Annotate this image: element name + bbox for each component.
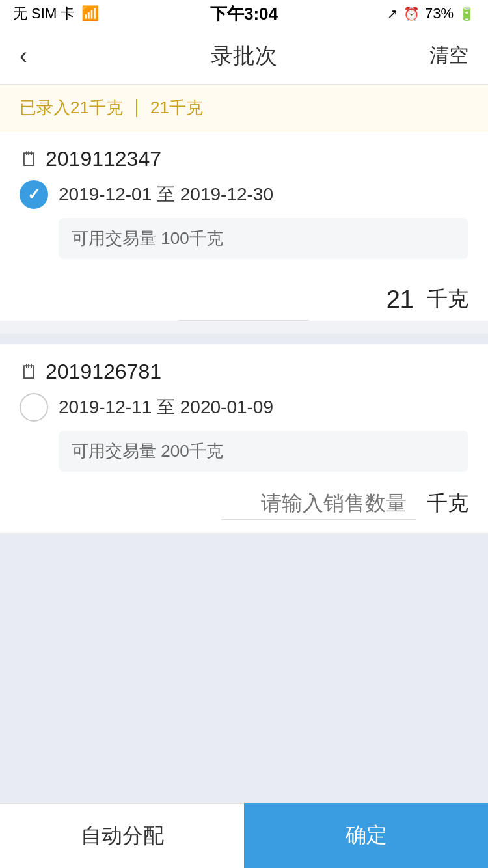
wifi-icon: 📶 [81,5,99,22]
back-button[interactable]: ‹ [20,42,27,70]
gray-area [0,533,488,832]
batch-section-2: 🗒 2019126781 2019-12-11 至 2020-01-09 可用交… [0,344,488,533]
batch-header-1: 🗒 2019112347 [20,147,468,171]
status-left: 无 SIM 卡 📶 [13,4,99,23]
quantity-unit-1: 千克 [427,285,468,314]
nav-bar: ‹ 录批次 清空 [0,27,488,85]
recorded-label: 已录入21千克 [20,96,123,119]
batch-item-1: 🗒 2019112347 2019-12-01 至 2019-12-30 可用交… [0,131,488,272]
info-divider [136,99,137,117]
quantity-input-2[interactable] [221,487,416,520]
batch-date-row-2: 2019-12-11 至 2020-01-09 [20,393,468,422]
battery-icon: 🔋 [459,6,475,21]
status-right: ↗ ⏰ 73% 🔋 [387,5,475,22]
batch-id-1: 2019112347 [46,147,161,171]
carrier-label: 无 SIM 卡 [13,4,75,23]
batch-available-2: 可用交易量 200千克 [59,431,468,472]
status-time: 下午3:04 [210,3,278,25]
batch-date-2: 2019-12-11 至 2020-01-09 [59,395,273,420]
quantity-row-1: 21 千克 [0,272,488,320]
auto-distribute-button[interactable]: 自动分配 [0,803,244,868]
info-amount: 21千克 [150,96,203,119]
alarm-icon: ⏰ [403,6,420,21]
batch-checkbox-1[interactable] [20,180,48,209]
battery-label: 73% [425,5,454,22]
thin-divider-1 [179,320,309,321]
batch-date-1: 2019-12-01 至 2019-12-30 [59,182,273,207]
status-bar: 无 SIM 卡 📶 下午3:04 ↗ ⏰ 73% 🔋 [0,0,488,27]
page-title: 录批次 [211,41,277,71]
bottom-bar: 自动分配 确定 [0,803,488,868]
batch-item-2: 🗒 2019126781 2019-12-11 至 2020-01-09 可用交… [0,344,488,485]
batch-header-2: 🗒 2019126781 [20,360,468,384]
location-icon: ↗ [387,6,398,21]
quantity-input-unit-2: 千克 [427,489,468,518]
batch-checkbox-2[interactable] [20,393,48,422]
quantity-value-1: 21 [386,286,414,314]
section-separator [0,334,488,344]
info-banner: 已录入21千克 21千克 [0,85,488,131]
quantity-input-row-2: 千克 [0,485,488,533]
clear-button[interactable]: 清空 [429,42,468,69]
batch-date-row-1: 2019-12-01 至 2019-12-30 [20,180,468,209]
batch-available-1: 可用交易量 100千克 [59,218,468,259]
batch-doc-icon-2: 🗒 [20,361,39,383]
batch-section-1: 🗒 2019112347 2019-12-01 至 2019-12-30 可用交… [0,131,488,321]
confirm-button[interactable]: 确定 [244,803,488,868]
batch-id-2: 2019126781 [46,360,161,384]
batch-doc-icon-1: 🗒 [20,148,39,170]
